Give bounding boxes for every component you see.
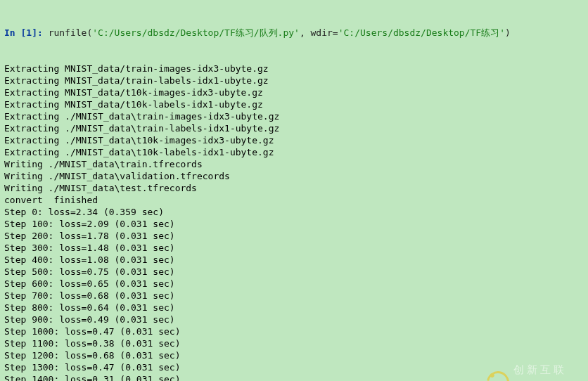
code-comma: , wdir= (300, 27, 338, 38)
output-line: Extracting ./MNIST_data\t10k-labels-idx1… (4, 146, 584, 158)
output-line: Step 1000: loss=0.47 (0.031 sec) (4, 325, 584, 337)
output-line: Writing ./MNIST_data\validation.tfrecord… (4, 170, 584, 182)
prompt-bracket-close: ] (32, 27, 37, 38)
output-line: Step 500: loss=0.75 (0.031 sec) (4, 266, 584, 278)
output-line: Step 300: loss=1.48 (0.031 sec) (4, 242, 584, 254)
output-block: Extracting MNIST_data/train-images-idx3-… (4, 63, 584, 381)
output-line: Step 800: loss=0.64 (0.031 sec) (4, 302, 584, 314)
output-line: Step 100: loss=2.09 (0.031 sec) (4, 218, 584, 230)
output-line: Writing ./MNIST_data\test.tfrecords (4, 182, 584, 194)
output-line: Step 1200: loss=0.68 (0.031 sec) (4, 349, 584, 361)
output-line: convert finished (4, 194, 584, 206)
code-arg2: 'C:/Users/dbsdz/Desktop/TF练习' (338, 27, 505, 38)
output-line: Step 400: loss=1.08 (0.031 sec) (4, 254, 584, 266)
ipython-console[interactable]: In [1]: runfile('C:/Users/dbsdz/Desktop/… (0, 0, 588, 381)
input-line: In [1]: runfile('C:/Users/dbsdz/Desktop/… (4, 27, 584, 39)
code-close: ) (505, 27, 511, 38)
prompt-index: 1 (26, 27, 32, 38)
output-line: Step 600: loss=0.65 (0.031 sec) (4, 278, 584, 290)
output-line: Step 900: loss=0.49 (0.031 sec) (4, 314, 584, 325)
output-line: Extracting MNIST_data/t10k-labels-idx1-u… (4, 98, 584, 110)
code-fn: runfile (49, 27, 87, 38)
output-line: Extracting MNIST_data/train-images-idx3-… (4, 63, 584, 75)
prompt-colon: : (37, 27, 49, 38)
prompt-in-label: In (4, 27, 20, 38)
output-line: Extracting ./MNIST_data\train-images-idx… (4, 110, 584, 122)
output-line: Extracting ./MNIST_data\train-labels-idx… (4, 122, 584, 134)
output-line: Writing ./MNIST_data\train.tfrecords (4, 158, 584, 170)
output-line: Extracting ./MNIST_data\t10k-images-idx3… (4, 134, 584, 146)
output-line: Step 700: loss=0.68 (0.031 sec) (4, 290, 584, 302)
output-line: Extracting MNIST_data/train-labels-idx1-… (4, 75, 584, 86)
output-line: Step 1400: loss=0.31 (0.031 sec) (4, 373, 584, 381)
output-line: Step 200: loss=1.78 (0.031 sec) (4, 230, 584, 242)
output-line: Extracting MNIST_data/t10k-images-idx3-u… (4, 86, 584, 98)
output-line: Step 1300: loss=0.47 (0.031 sec) (4, 361, 584, 373)
output-line: Step 1100: loss=0.38 (0.031 sec) (4, 337, 584, 349)
code-arg1: 'C:/Users/dbsdz/Desktop/TF练习/队列.py' (92, 27, 300, 38)
output-line: Step 0: loss=2.34 (0.359 sec) (4, 206, 584, 218)
